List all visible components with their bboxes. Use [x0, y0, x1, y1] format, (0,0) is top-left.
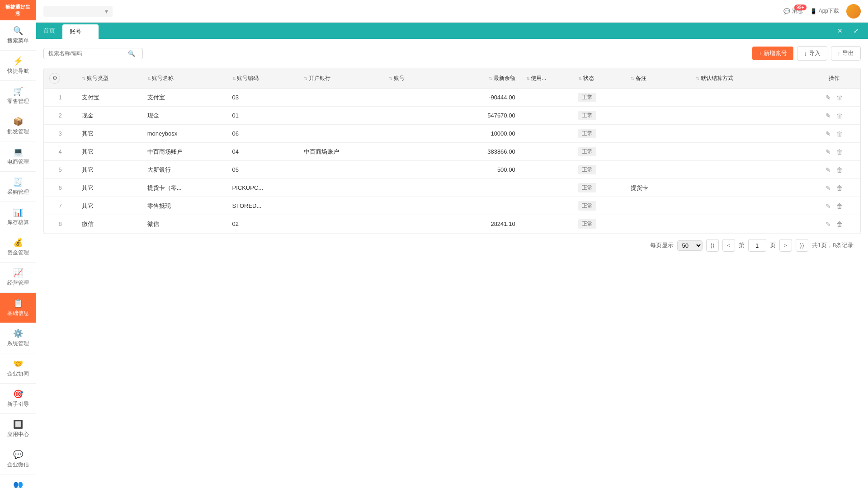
sidebar-item-newbie[interactable]: 🎯新手引导: [0, 384, 36, 414]
delete-button-4[interactable]: 🗑: [835, 165, 844, 174]
col-balance-header[interactable]: ⇅ 最新余额: [436, 68, 521, 89]
search-input[interactable]: [48, 50, 125, 56]
cell-default-7: [690, 215, 808, 233]
sidebar-item-purchase[interactable]: 🧾采购管理: [0, 172, 36, 202]
table-row: 8 微信 微信 02 28241.10 正常 ✎ 🗑: [44, 215, 860, 233]
col-bank-sort-icon: ⇅: [304, 76, 309, 81]
delete-button-3[interactable]: 🗑: [835, 147, 844, 156]
edit-button-4[interactable]: ✎: [824, 165, 833, 174]
tab-label-home: 首页: [43, 27, 55, 35]
cell-type-1: 现金: [76, 107, 142, 125]
user-avatar[interactable]: [846, 4, 861, 19]
sidebar-item-app-center[interactable]: 🔲应用中心: [0, 414, 36, 444]
sidebar-item-operations[interactable]: 📈经营管理: [0, 263, 36, 293]
wholesale-icon: 📦: [4, 117, 32, 127]
pagination: 每页显示 50 100 ⟨⟨ ＜ 第 页 ＞ ⟩⟩ 共1页，8条记录: [43, 233, 861, 257]
table-header-row: ⚙ ⇅ 账号类型 ⇅ 账号名称 ⇅ 账号编码 ⇅ 开户银行: [44, 68, 860, 89]
edit-button-2[interactable]: ✎: [824, 129, 833, 138]
edit-button-3[interactable]: ✎: [824, 147, 833, 156]
edit-button-5[interactable]: ✎: [824, 183, 833, 192]
sidebar-item-wholesale[interactable]: 📦批发管理: [0, 111, 36, 141]
cell-action-2: ✎ 🗑: [808, 125, 860, 143]
cell-name-7: 微信: [142, 215, 227, 233]
delete-button-6[interactable]: 🗑: [835, 202, 844, 211]
sidebar-item-company-agreement[interactable]: 🤝企业协同: [0, 353, 36, 384]
tabbar: 首页账号✕ ✕ ⤢: [36, 23, 868, 39]
sidebar-item-system[interactable]: ⚙️系统管理: [0, 323, 36, 353]
last-page-button[interactable]: ⟩⟩: [796, 239, 808, 252]
delete-button-0[interactable]: 🗑: [835, 93, 844, 102]
sidebar-label-app-center: 应用中心: [7, 431, 29, 437]
settings-icon[interactable]: ⚙: [49, 73, 60, 84]
sidebar-item-inventory[interactable]: 📊库存核算: [0, 202, 36, 232]
edit-button-6[interactable]: ✎: [824, 202, 833, 211]
cell-remark-7: [625, 215, 690, 233]
export-button[interactable]: ↑ 导出: [831, 46, 861, 61]
sidebar-item-basic-info[interactable]: 📋基础信息: [0, 293, 36, 323]
search-box[interactable]: 🔍: [43, 48, 143, 59]
edit-button-7[interactable]: ✎: [824, 220, 833, 229]
newbie-icon: 🎯: [4, 389, 32, 399]
sidebar-item-search-menu[interactable]: 🔍搜索菜单: [0, 20, 36, 51]
sidebar-item-finance[interactable]: 💰资金管理: [0, 232, 36, 263]
prev-page-button[interactable]: ＜: [722, 239, 735, 252]
import-icon: ↓: [804, 50, 807, 57]
first-page-button[interactable]: ⟨⟨: [706, 239, 719, 252]
maximize-icon[interactable]: ⤢: [850, 24, 863, 37]
col-code-header[interactable]: ⇅ 账号编码: [227, 68, 299, 89]
col-status-header[interactable]: ⇅ 状态: [573, 68, 625, 89]
delete-button-5[interactable]: 🗑: [835, 183, 844, 192]
col-name-header[interactable]: ⇅ 账号名称: [142, 68, 227, 89]
cell-default-5: [690, 179, 808, 197]
cell-num-2: 3: [44, 125, 76, 143]
sidebar-item-retail[interactable]: 🛒零售管理: [0, 81, 36, 111]
cell-name-6: 零售抵现: [142, 197, 227, 215]
cell-num-6: 7: [44, 197, 76, 215]
col-remark-header[interactable]: ⇅ 备注: [625, 68, 690, 89]
delete-button-1[interactable]: 🗑: [835, 111, 844, 120]
export-label: 导出: [842, 49, 854, 57]
sidebar-item-member[interactable]: 👥畅会员: [0, 474, 36, 488]
cell-remark-4: [625, 161, 690, 179]
topbar-search-input[interactable]: [48, 8, 102, 14]
tab-account[interactable]: 账号✕: [62, 24, 99, 39]
edit-button-1[interactable]: ✎: [824, 111, 833, 120]
tab-home[interactable]: 首页: [36, 23, 62, 39]
import-button[interactable]: ↓ 导入: [797, 46, 827, 61]
cell-action-6: ✎ 🗑: [808, 197, 860, 215]
page-input[interactable]: [748, 239, 766, 252]
cell-action-7: ✎ 🗑: [808, 215, 860, 233]
sidebar-item-quick-nav[interactable]: ⚡快捷导航: [0, 51, 36, 81]
col-type-header[interactable]: ⇅ 账号类型: [76, 68, 142, 89]
tab-close-account[interactable]: ✕: [84, 28, 91, 35]
close-tab-icon[interactable]: ✕: [834, 24, 846, 37]
per-page-select[interactable]: 50 100: [677, 240, 703, 251]
logo-text: 畅捷通好生意: [4, 4, 32, 17]
add-account-button[interactable]: + 新增账号: [752, 47, 793, 60]
delete-button-2[interactable]: 🗑: [835, 129, 844, 138]
edit-button-0[interactable]: ✎: [824, 93, 833, 102]
col-code-sort-icon: ⇅: [232, 76, 237, 81]
app-download-button[interactable]: 📱 App下载: [810, 7, 839, 15]
col-use-header[interactable]: ⇅ 使用...: [521, 68, 573, 89]
app-icon: 📱: [810, 8, 817, 14]
cell-balance-7: 28241.10: [436, 215, 521, 233]
sidebar-item-ecommerce[interactable]: 💻电商管理: [0, 141, 36, 172]
cell-balance-4: 500.00: [436, 161, 521, 179]
table-row: 6 其它 提货卡（零... PICKUPC... 正常 提货卡 ✎ 🗑: [44, 179, 860, 197]
sidebar-label-search-menu: 搜索菜单: [7, 38, 29, 44]
cell-type-4: 其它: [76, 161, 142, 179]
sidebar-item-enterprise-wechat[interactable]: 💬企业微信: [0, 444, 36, 474]
delete-button-7[interactable]: 🗑: [835, 220, 844, 229]
col-account-header[interactable]: ⇅ 账号: [383, 68, 436, 89]
cell-default-2: [690, 125, 808, 143]
sidebar-label-purchase: 采购管理: [7, 189, 29, 195]
cell-use-7: [521, 215, 573, 233]
col-default-sort-icon: ⇅: [696, 76, 701, 81]
col-default-header[interactable]: ⇅ 默认结算方式: [690, 68, 808, 89]
col-bank-header[interactable]: ⇅ 开户银行: [298, 68, 383, 89]
message-button[interactable]: 💬 消息 99+: [783, 7, 803, 15]
topbar-dropdown-icon: ▾: [105, 8, 108, 15]
cell-code-2: 06: [227, 125, 299, 143]
next-page-button[interactable]: ＞: [779, 239, 792, 252]
